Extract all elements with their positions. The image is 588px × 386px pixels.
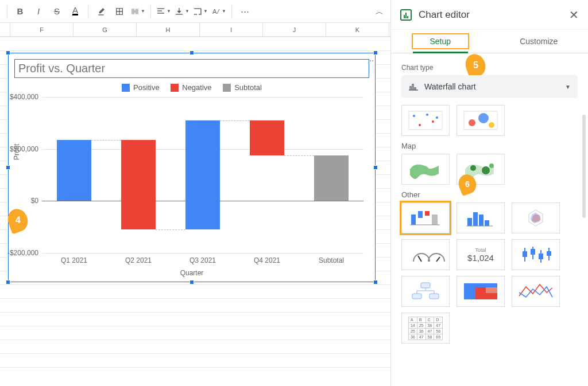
bold-button[interactable]: B bbox=[12, 3, 28, 20]
chart-thumb-candlestick[interactable] bbox=[512, 239, 560, 270]
col-header[interactable]: I bbox=[200, 23, 263, 36]
chart-thumb-radar[interactable] bbox=[512, 202, 560, 233]
svg-point-9 bbox=[478, 113, 489, 123]
svg-rect-15 bbox=[418, 211, 423, 218]
chart-thumb-histogram[interactable] bbox=[457, 202, 505, 233]
section-map: Map bbox=[401, 142, 578, 150]
svg-rect-14 bbox=[411, 215, 416, 225]
more-toolbar-button[interactable]: ⋯ bbox=[237, 3, 253, 20]
tab-setup[interactable]: Setup bbox=[391, 30, 490, 53]
svg-text:A: A bbox=[212, 8, 217, 15]
svg-point-11 bbox=[470, 165, 476, 171]
wrap-button[interactable]: ▼ bbox=[192, 3, 208, 20]
rotate-button[interactable]: A▼ bbox=[211, 3, 227, 20]
text-color-button[interactable]: A bbox=[67, 3, 83, 20]
svg-rect-22 bbox=[485, 220, 489, 226]
bar-q3 bbox=[185, 120, 220, 229]
y-tick: $200,000 bbox=[10, 145, 42, 153]
svg-rect-37 bbox=[421, 283, 430, 288]
x-axis-label: Quarter bbox=[9, 269, 375, 277]
x-tick: Subtotal bbox=[319, 256, 344, 264]
chart-menu-icon[interactable]: ⋮ bbox=[369, 57, 372, 64]
svg-point-3 bbox=[419, 124, 421, 126]
col-header[interactable]: H bbox=[137, 23, 200, 36]
borders-button[interactable] bbox=[111, 3, 127, 20]
svg-rect-36 bbox=[547, 251, 551, 256]
chart-thumb-orgchart[interactable] bbox=[401, 276, 450, 307]
h-align-button[interactable]: ▼ bbox=[156, 3, 172, 20]
svg-point-5 bbox=[432, 120, 434, 123]
chart-thumb-geomap[interactable] bbox=[401, 154, 450, 185]
bar-q2 bbox=[121, 140, 156, 229]
svg-point-13 bbox=[489, 163, 494, 168]
chart-thumb-bubble[interactable] bbox=[457, 105, 505, 136]
col-header[interactable]: J bbox=[263, 23, 326, 36]
col-header[interactable]: G bbox=[74, 23, 137, 36]
legend-label: Subtotal bbox=[234, 83, 262, 92]
svg-rect-42 bbox=[464, 287, 475, 299]
tab-customize[interactable]: Customize bbox=[490, 30, 589, 53]
bar-q4 bbox=[250, 120, 284, 155]
svg-rect-20 bbox=[473, 212, 478, 226]
svg-rect-43 bbox=[475, 287, 486, 299]
svg-rect-35 bbox=[539, 254, 543, 259]
y-tick: $400,000 bbox=[10, 93, 42, 101]
col-header[interactable]: F bbox=[10, 23, 74, 36]
v-align-button[interactable]: ▼ bbox=[174, 3, 190, 20]
svg-rect-44 bbox=[486, 287, 497, 293]
x-tick: Q3 2021 bbox=[189, 256, 216, 264]
svg-line-27 bbox=[418, 256, 421, 262]
fill-color-button[interactable] bbox=[93, 3, 109, 20]
chart-thumb-table[interactable]: ABCD142536472536475836475869 bbox=[401, 313, 450, 344]
svg-rect-33 bbox=[523, 251, 527, 257]
svg-rect-38 bbox=[412, 294, 421, 299]
grid-body[interactable]: ⋮ Profit vs. Quarter Positive Negative S… bbox=[0, 37, 390, 369]
bar-subtotal bbox=[314, 155, 349, 201]
svg-rect-21 bbox=[479, 215, 483, 226]
chart-thumb-sparkline[interactable] bbox=[512, 276, 560, 307]
svg-rect-39 bbox=[430, 294, 439, 299]
chart-thumb-treemap[interactable] bbox=[457, 276, 505, 307]
editor-title: Chart editor bbox=[419, 9, 569, 21]
merge-cells-button[interactable]: ▼ bbox=[130, 3, 146, 20]
x-tick: Q2 2021 bbox=[125, 256, 152, 264]
spreadsheet-area: F G H I J K ⋮ Profit vs. Quarter Positiv… bbox=[0, 23, 390, 386]
chart-thumb-scatter[interactable] bbox=[401, 105, 450, 136]
bar-q1 bbox=[57, 140, 91, 201]
svg-rect-41 bbox=[464, 283, 497, 287]
svg-rect-34 bbox=[531, 249, 535, 255]
chart-editor-icon bbox=[400, 9, 412, 21]
y-tick: -$200,000 bbox=[7, 249, 42, 257]
chart-legend: Positive Negative Subtotal bbox=[9, 83, 375, 93]
svg-point-2 bbox=[413, 115, 415, 117]
chart-title-input[interactable]: Profit vs. Quarter bbox=[14, 59, 369, 78]
close-icon[interactable]: ✕ bbox=[569, 8, 579, 22]
svg-line-28 bbox=[436, 257, 440, 262]
svg-point-12 bbox=[482, 166, 490, 174]
svg-point-4 bbox=[426, 114, 428, 116]
svg-point-10 bbox=[489, 122, 494, 128]
col-header[interactable]: K bbox=[326, 23, 389, 36]
svg-rect-17 bbox=[432, 215, 438, 225]
svg-point-8 bbox=[469, 119, 475, 126]
chart-thumb-gauge[interactable] bbox=[401, 239, 450, 270]
svg-point-6 bbox=[436, 116, 438, 119]
y-tick: $0 bbox=[31, 197, 42, 205]
chart-editor-panel: Chart editor ✕ Setup Customize 5 Chart t… bbox=[390, 0, 588, 386]
x-tick: Q1 2021 bbox=[61, 256, 87, 264]
chart-type-label: Chart type bbox=[401, 64, 578, 72]
chart-thumb-scorecard[interactable]: Total$1,024 bbox=[457, 239, 505, 270]
strikethrough-button[interactable]: S bbox=[49, 3, 65, 20]
svg-rect-19 bbox=[467, 218, 472, 226]
collapse-toolbar-icon[interactable]: ︿ bbox=[376, 7, 384, 17]
svg-rect-1 bbox=[409, 111, 442, 130]
x-tick: Q4 2021 bbox=[254, 256, 280, 264]
legend-label: Negative bbox=[182, 83, 211, 92]
section-other: Other bbox=[401, 190, 578, 199]
scrollbar[interactable] bbox=[582, 115, 586, 218]
chart-thumb-waterfall[interactable]: Waterfall chart bbox=[401, 202, 450, 233]
embedded-chart[interactable]: ⋮ Profit vs. Quarter Positive Negative S… bbox=[8, 53, 376, 282]
italic-button[interactable]: I bbox=[30, 3, 47, 20]
chart-type-select[interactable]: Waterfall chart ▼ bbox=[401, 75, 578, 98]
column-headers: F G H I J K bbox=[0, 23, 390, 37]
